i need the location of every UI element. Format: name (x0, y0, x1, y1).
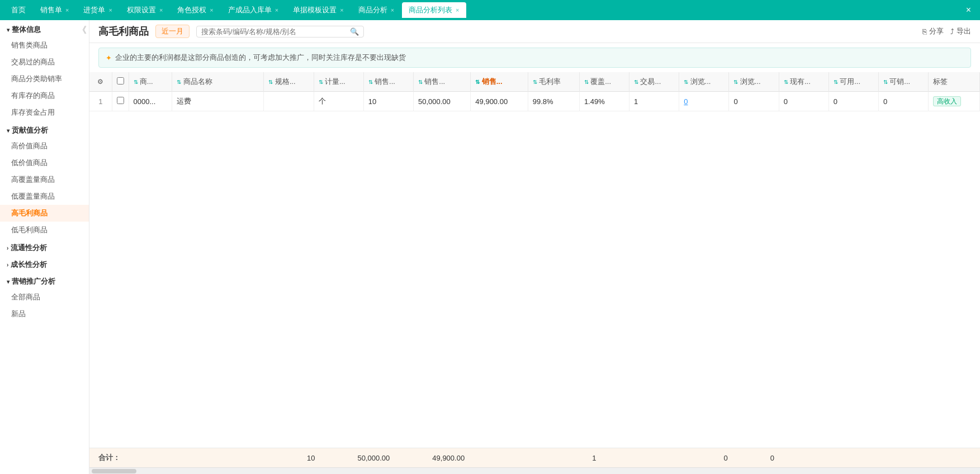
close-all-button[interactable]: × (962, 5, 976, 15)
row-view1[interactable]: 0 (679, 92, 729, 111)
sidebar: 《 ▾ 整体信息 销售类商品 交易过的商品 商品分类助销率 有库存的商品 库存资… (0, 20, 89, 474)
row-sales-amount: 50,000.00 (413, 92, 470, 111)
tab-permissions[interactable]: 权限设置 × (120, 2, 169, 18)
th-sellable[interactable]: ⇅ 可销... (879, 72, 929, 92)
th-gross-margin[interactable]: ⇅ 毛利率 (528, 72, 579, 92)
tab-product-inbound[interactable]: 产成品入库单 × (221, 2, 285, 18)
sort-icon: ⇅ (834, 79, 838, 85)
tab-home[interactable]: 首页 (4, 2, 32, 18)
sidebar-item-low-margin[interactable]: 低毛利商品 (0, 222, 89, 238)
th-spec[interactable]: ⇅ 规格... (264, 72, 314, 92)
chevron-down-icon: ▾ (7, 279, 10, 285)
sidebar-item-low-value[interactable]: 低价值商品 (0, 154, 89, 171)
sidebar-group-overall[interactable]: ▾ 整体信息 (0, 20, 89, 37)
row-current-stock: 0 (779, 92, 828, 111)
sidebar-item-new-goods[interactable]: 新品 (0, 306, 89, 322)
tab-product-analysis-list[interactable]: 商品分析列表 × (402, 2, 466, 18)
th-unit[interactable]: ⇅ 计量... (314, 72, 363, 92)
sidebar-item-in-stock-goods[interactable]: 有库存的商品 (0, 87, 89, 104)
table-header-row: ⚙ ⇅ 商... ⇅ 商品名称 ⇅ 规格... ⇅ 计量... ⇅ 销售... … (89, 72, 980, 92)
header-actions: ⎘ 分享 ⤴ 导出 (922, 26, 971, 36)
close-icon[interactable]: × (65, 7, 69, 13)
horizontal-scrollbar[interactable] (89, 467, 980, 474)
sidebar-collapse-button[interactable]: 《 (78, 25, 87, 36)
sort-icon: ⇅ (368, 79, 373, 85)
th-name[interactable]: ⇅ 商品名称 (172, 72, 264, 92)
row-name: 运费 (172, 92, 264, 111)
share-button[interactable]: ⎘ 分享 (922, 26, 944, 36)
share-icon: ⎘ (922, 27, 927, 36)
row-checkbox-cell (112, 92, 129, 111)
row-coverage: 1.49% (579, 92, 629, 111)
close-icon[interactable]: × (456, 7, 459, 13)
tab-template-settings[interactable]: 单据模板设置 × (286, 2, 350, 18)
content-area: 高毛利商品 近一月 🔍 ⎘ 分享 ⤴ 导出 ✦ 企业的主要的利润都是这部分商品创… (89, 20, 980, 474)
sidebar-item-category-assist[interactable]: 商品分类助销率 (0, 71, 89, 87)
footer-trade: 1 (575, 454, 613, 462)
sort-icon: ⇅ (733, 79, 738, 85)
sidebar-group-growth[interactable]: › 成长性分析 (0, 255, 89, 272)
th-view1[interactable]: ⇅ 浏览... (679, 72, 729, 92)
th-sales-profit[interactable]: ⇅ 销售... (471, 72, 528, 92)
tag-badge: 高收入 (933, 96, 961, 106)
th-sales-amount[interactable]: ⇅ 销售... (413, 72, 470, 92)
search-box: 🔍 (196, 26, 364, 37)
th-checkbox (112, 72, 129, 92)
filter-period-button[interactable]: 近一月 (155, 25, 190, 38)
select-all-checkbox[interactable] (117, 77, 124, 85)
close-icon[interactable]: × (108, 7, 112, 13)
th-coverage[interactable]: ⇅ 覆盖... (579, 72, 629, 92)
search-input[interactable] (201, 27, 348, 36)
th-code[interactable]: ⇅ 商... (129, 72, 172, 92)
sort-icon: ⇅ (784, 79, 788, 85)
th-settings[interactable]: ⚙ (89, 72, 112, 92)
sidebar-group-liquidity[interactable]: › 流通性分析 (0, 238, 89, 255)
sidebar-item-all-goods[interactable]: 全部商品 (0, 289, 89, 306)
close-icon[interactable]: × (210, 7, 213, 13)
tab-sales-order[interactable]: 销售单 × (34, 2, 75, 18)
row-checkbox[interactable] (117, 97, 124, 104)
sidebar-group-contribution[interactable]: ▾ 贡献值分析 (0, 121, 89, 138)
th-available[interactable]: ⇅ 可用... (828, 72, 878, 92)
th-view2[interactable]: ⇅ 浏览... (729, 72, 779, 92)
sidebar-item-high-value[interactable]: 高价值商品 (0, 138, 89, 154)
sort-icon: ⇅ (634, 79, 638, 85)
tab-purchase-order[interactable]: 进货单 × (77, 2, 119, 18)
th-current-stock[interactable]: ⇅ 现有... (779, 72, 828, 92)
sidebar-item-traded-goods[interactable]: 交易过的商品 (0, 54, 89, 71)
close-icon[interactable]: × (275, 7, 278, 13)
sort-icon: ⇅ (475, 79, 480, 85)
info-banner: ✦ 企业的主要的利润都是这部分商品创造的，可考虑加大推广，同时关注库存是不要出现… (98, 48, 971, 68)
close-icon[interactable]: × (391, 7, 394, 13)
sidebar-item-sales-goods[interactable]: 销售类商品 (0, 37, 89, 54)
row-sales-profit: 49,900.00 (471, 92, 528, 111)
footer-sales-amount: 50,000.00 (340, 454, 406, 462)
sidebar-item-high-coverage[interactable]: 高覆盖量商品 (0, 171, 89, 188)
close-icon[interactable]: × (340, 7, 343, 13)
sort-icon: ⇅ (584, 79, 589, 85)
search-icon[interactable]: 🔍 (350, 27, 359, 36)
tab-role-auth[interactable]: 角色授权 × (171, 2, 220, 18)
sidebar-item-high-margin[interactable]: 高毛利商品 (0, 205, 89, 222)
sidebar-item-low-coverage[interactable]: 低覆盖量商品 (0, 188, 89, 205)
footer-available: 0 (754, 454, 791, 462)
tab-product-analysis[interactable]: 商品分析 × (352, 2, 401, 18)
export-icon: ⤴ (950, 27, 954, 36)
chevron-right-icon: › (7, 245, 8, 251)
th-tag[interactable]: 标签 (929, 72, 980, 92)
chevron-right-icon: › (7, 262, 8, 268)
th-sales-qty[interactable]: ⇅ 销售... (363, 72, 413, 92)
sort-icon: ⇅ (177, 79, 181, 85)
sidebar-group-marketing[interactable]: ▾ 营销推广分析 (0, 272, 89, 289)
th-trade[interactable]: ⇅ 交易... (629, 72, 679, 92)
data-table-wrapper: ⚙ ⇅ 商... ⇅ 商品名称 ⇅ 规格... ⇅ 计量... ⇅ 销售... … (89, 72, 980, 448)
close-icon[interactable]: × (159, 7, 163, 13)
sort-icon: ⇅ (684, 79, 688, 85)
scrollbar-thumb[interactable] (92, 469, 136, 473)
sidebar-item-inventory-capital[interactable]: 库存资金占用 (0, 104, 89, 121)
row-num: 1 (89, 92, 112, 111)
sort-icon: ⇅ (319, 79, 323, 85)
export-button[interactable]: ⤴ 导出 (950, 26, 971, 36)
footer-sales-qty: 10 (290, 454, 332, 462)
table-row: 1 0000... 运费 个 10 50,000.00 49,900.00 99… (89, 92, 980, 111)
